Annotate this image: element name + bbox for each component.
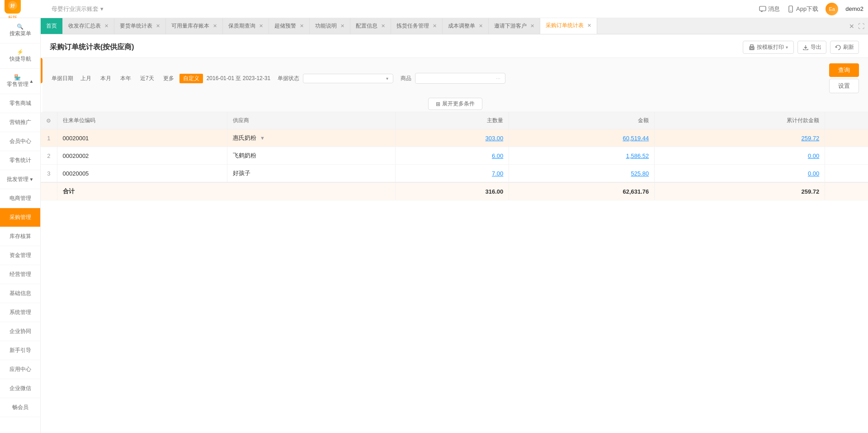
- tab-close-function-desc[interactable]: ✕: [340, 23, 344, 29]
- col-gear-header[interactable]: ⚙: [41, 112, 57, 129]
- app-download-button[interactable]: App下载: [787, 5, 818, 13]
- page-title: 采购订单统计表(按供应商): [50, 43, 134, 52]
- tab-close-available-inventory[interactable]: ✕: [213, 23, 217, 29]
- tab-invite-downstream[interactable]: 邀请下游客户 ✕: [489, 18, 540, 34]
- goods-input[interactable]: ···: [415, 73, 505, 84]
- export-button[interactable]: 导出: [797, 41, 826, 54]
- settings-button[interactable]: 设置: [829, 79, 859, 93]
- row1-amount[interactable]: 60,519.44: [509, 129, 655, 147]
- row2-paid[interactable]: 0.00: [655, 147, 825, 165]
- sidebar-item-system[interactable]: 系统管理: [0, 303, 40, 322]
- row1-quantity[interactable]: 303.00: [395, 129, 509, 147]
- sidebar-item-retail-shop[interactable]: 零售商城: [0, 94, 40, 113]
- sidebar-item-retail[interactable]: 🏪 零售管理 ▲: [0, 69, 40, 94]
- tab-close-invite-downstream[interactable]: ✕: [530, 23, 534, 29]
- message-button[interactable]: 消息: [759, 5, 780, 13]
- maximize-icon[interactable]: ⛶: [858, 23, 864, 30]
- date-shortcuts: 上月 本月 本年 近7天 更多 自定义: [77, 74, 203, 83]
- sidebar-item-app-center[interactable]: 应用中心: [0, 360, 40, 379]
- sidebar-item-marketing[interactable]: 营销推广: [0, 113, 40, 132]
- row1-code: 00020001: [57, 129, 227, 147]
- sidebar-item-new-guide[interactable]: 新手引导: [0, 341, 40, 360]
- avatar: Ea: [826, 3, 838, 15]
- status-filter-label: 单据状态: [278, 75, 299, 82]
- shortcut-this-month[interactable]: 本月: [97, 74, 115, 83]
- row1-paid[interactable]: 259.72: [655, 129, 825, 147]
- tab-receive-summary[interactable]: 收发存汇总表 ✕: [63, 18, 114, 34]
- row3-paid[interactable]: 0.00: [655, 165, 825, 183]
- sidebar-item-member2[interactable]: 畅会员: [0, 398, 40, 417]
- tab-close-picking-task[interactable]: ✕: [433, 23, 437, 29]
- action-buttons: 查询 设置: [829, 63, 859, 93]
- row2-extra: [825, 147, 868, 165]
- row2-quantity[interactable]: 6.00: [395, 147, 509, 165]
- status-select[interactable]: ▾: [303, 74, 393, 83]
- tab-purchase-summary[interactable]: 采购订单统计表 ✕: [540, 18, 597, 34]
- tab-function-desc[interactable]: 功能说明 ✕: [310, 18, 350, 34]
- sidebar-item-quick-nav[interactable]: ⚡ 快捷导航: [0, 43, 40, 69]
- expand-more-button[interactable]: ⊞ 展开更多条件: [428, 98, 482, 110]
- tab-picking-task[interactable]: 拣货任务管理 ✕: [391, 18, 443, 34]
- sidebar-item-operation[interactable]: 经营管理: [0, 265, 40, 284]
- tab-close-overstock-warning[interactable]: ✕: [300, 23, 304, 29]
- svg-rect-7: [750, 48, 753, 49]
- tab-warranty-query[interactable]: 保质期查询 ✕: [223, 18, 269, 34]
- tab-config-info[interactable]: 配置信息 ✕: [350, 18, 391, 34]
- sidebar-item-member[interactable]: 会员中心: [0, 132, 40, 151]
- table-row: 1 00020001 惠氏奶粉 ▼ 303.00 60: [41, 129, 868, 147]
- close-all-icon[interactable]: ✕: [849, 23, 854, 30]
- sidebar-item-basic-info[interactable]: 基础信息: [0, 284, 40, 303]
- row3-supplier: 好孩子: [227, 165, 395, 183]
- refresh-button[interactable]: 刷新: [830, 41, 859, 54]
- logo-icon: 好: [5, 0, 21, 14]
- col-supplier-header: 供应商: [227, 112, 395, 129]
- sidebar-item-enterprise-collab[interactable]: 企业协同: [0, 322, 40, 341]
- sidebar: 🔍 搜索菜单 ⚡ 快捷导航 🏪 零售管理 ▲ 零售商城 营销推广 会: [0, 18, 41, 433]
- content-area: 首页 收发存汇总表 ✕ 要货单统计表 ✕ 可用量库存账本 ✕ 保质期查询 ✕: [41, 18, 868, 433]
- row1-supplier: 惠氏奶粉 ▼: [227, 129, 395, 147]
- tab-close-requisition-summary[interactable]: ✕: [156, 23, 160, 29]
- tab-home[interactable]: 首页: [41, 18, 63, 34]
- sidebar-item-finance[interactable]: 资金管理: [0, 246, 40, 265]
- sidebar-item-enterprise-wechat[interactable]: 企业微信: [0, 379, 40, 398]
- row3-no: 3: [41, 165, 57, 183]
- tab-bar-actions: ✕ ⛶: [845, 23, 868, 30]
- sidebar-item-purchase[interactable]: 采购管理: [0, 208, 40, 227]
- app-download-label: App下载: [796, 5, 818, 13]
- svg-text:好: 好: [10, 3, 15, 8]
- custom-date-tag[interactable]: 自定义: [179, 74, 203, 83]
- query-button[interactable]: 查询: [829, 63, 859, 77]
- sidebar-item-retail-stat[interactable]: 零售统计: [0, 151, 40, 170]
- row2-amount[interactable]: 1,586.52: [509, 147, 655, 165]
- dropdown-arrow: ▾: [100, 5, 104, 12]
- tab-close-warranty-query[interactable]: ✕: [259, 23, 263, 29]
- shortcut-more[interactable]: 更多: [160, 74, 178, 83]
- sidebar-item-search[interactable]: 🔍 搜索菜单: [0, 18, 40, 43]
- shortcut-last-month[interactable]: 上月: [77, 74, 95, 83]
- gear-icon: ⚙: [46, 118, 51, 124]
- tab-close-cost-adjust[interactable]: ✕: [479, 23, 483, 29]
- workspace-name: 母婴行业演示账套: [52, 5, 99, 13]
- tab-close-receive-summary[interactable]: ✕: [104, 23, 108, 29]
- username[interactable]: demo2: [845, 5, 863, 12]
- tab-overstock-warning[interactable]: 超储预警 ✕: [269, 18, 310, 34]
- refresh-icon: [835, 44, 841, 51]
- row3-quantity[interactable]: 7.00: [395, 165, 509, 183]
- row1-expand-icon[interactable]: ▼: [260, 135, 265, 141]
- filter-group-date: 单据日期 上月 本月 本年 近7天 更多 自定义 2016-01-01 至 20…: [52, 74, 270, 83]
- shortcut-7days[interactable]: 近7天: [137, 74, 158, 83]
- shortcut-this-year[interactable]: 本年: [117, 74, 135, 83]
- row3-amount[interactable]: 525.80: [509, 165, 655, 183]
- sidebar-item-wholesale[interactable]: 批发管理 ▼: [0, 170, 40, 189]
- tab-close-config-info[interactable]: ✕: [381, 23, 385, 29]
- tab-cost-adjust[interactable]: 成本调整单 ✕: [443, 18, 489, 34]
- sidebar-item-ecommerce[interactable]: 电商管理: [0, 189, 40, 208]
- svg-rect-3: [789, 6, 793, 12]
- footer-extra: [825, 182, 868, 200]
- tab-close-purchase-summary[interactable]: ✕: [587, 23, 591, 29]
- sidebar-item-inventory[interactable]: 库存核算: [0, 227, 40, 246]
- workspace-selector[interactable]: 母婴行业演示账套 ▾: [45, 5, 759, 13]
- tab-available-inventory[interactable]: 可用量库存账本 ✕: [166, 18, 223, 34]
- tab-requisition-summary[interactable]: 要货单统计表 ✕: [114, 18, 166, 34]
- print-button[interactable]: 按模板打印 ▾: [743, 41, 794, 54]
